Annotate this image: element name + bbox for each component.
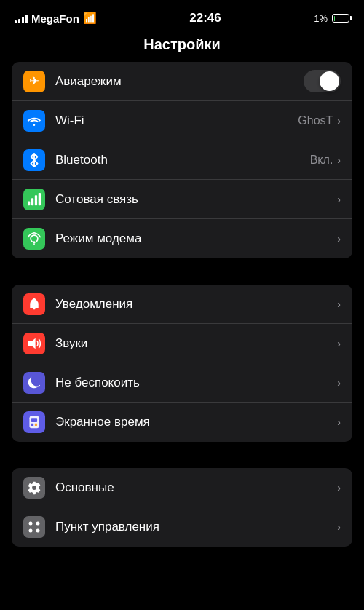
- svg-rect-3: [39, 193, 41, 205]
- value-bluetooth: Вкл.: [310, 154, 333, 167]
- label-airplane: Авиарежим: [55, 74, 304, 89]
- label-screentime: Экранное время: [55, 415, 337, 429]
- icon-hotspot: [23, 228, 45, 250]
- chevron-notifications: ›: [337, 298, 341, 310]
- svg-rect-1: [31, 198, 33, 205]
- svg-rect-5: [33, 307, 35, 309]
- svg-point-13: [36, 522, 40, 526]
- row-sounds[interactable]: Звуки›: [12, 324, 352, 363]
- label-donotdisturb: Не беспокоить: [55, 376, 337, 390]
- section-general: Основные› Пункт управления›: [0, 468, 364, 547]
- row-controlcenter[interactable]: Пункт управления›: [12, 507, 352, 547]
- carrier-name: MegaFon: [31, 12, 79, 25]
- row-hotspot[interactable]: Режим модема›: [12, 219, 352, 258]
- svg-rect-2: [35, 195, 37, 205]
- svg-point-14: [29, 529, 33, 533]
- status-left: MegaFon 📶: [15, 12, 97, 25]
- battery-icon: [332, 14, 349, 23]
- chevron-donotdisturb: ›: [337, 377, 341, 389]
- icon-screentime: [23, 411, 45, 433]
- label-controlcenter: Пункт управления: [55, 520, 337, 534]
- status-bar: MegaFon 📶 22:46 1%: [0, 0, 364, 32]
- battery-percent: 1%: [314, 13, 328, 24]
- chevron-wifi: ›: [337, 115, 341, 127]
- label-general: Основные: [55, 480, 337, 495]
- status-right: 1%: [314, 13, 349, 24]
- svg-rect-11: [35, 424, 37, 426]
- wifi-icon: 📶: [83, 12, 97, 25]
- chevron-controlcenter: ›: [337, 521, 341, 533]
- chevron-hotspot: ›: [337, 233, 341, 245]
- label-sounds: Звуки: [55, 336, 337, 351]
- signal-bars: [15, 13, 28, 23]
- icon-cellular: [23, 189, 45, 210]
- icon-general: [23, 477, 45, 499]
- svg-point-15: [36, 529, 40, 533]
- icon-bluetooth: [23, 149, 45, 171]
- section-connectivity: ✈Авиарежим Wi-FiGhosT› BluetoothВкл.› Со…: [0, 62, 364, 258]
- label-notifications: Уведомления: [55, 297, 337, 312]
- icon-wifi: [23, 110, 45, 132]
- svg-rect-0: [28, 201, 30, 205]
- label-cellular: Сотовая связь: [55, 192, 337, 207]
- icon-donotdisturb: [23, 372, 45, 394]
- row-bluetooth[interactable]: BluetoothВкл.›: [12, 140, 352, 180]
- row-wifi[interactable]: Wi-FiGhosT›: [12, 101, 352, 140]
- svg-rect-10: [31, 424, 33, 426]
- label-hotspot: Режим модема: [55, 231, 337, 246]
- chevron-bluetooth: ›: [337, 154, 341, 166]
- toggle-airplane[interactable]: [304, 70, 341, 92]
- section-notifications: Уведомления› Звуки› Не беспокоить› Экран…: [0, 285, 364, 442]
- row-airplane[interactable]: ✈Авиарежим: [12, 62, 352, 101]
- value-wifi: GhosT: [298, 114, 333, 127]
- icon-notifications: [23, 293, 45, 315]
- row-donotdisturb[interactable]: Не беспокоить›: [12, 363, 352, 403]
- svg-point-4: [33, 241, 35, 243]
- label-wifi: Wi-Fi: [55, 114, 298, 128]
- row-screentime[interactable]: Экранное время›: [12, 403, 352, 442]
- svg-marker-7: [28, 338, 36, 349]
- svg-rect-9: [31, 418, 37, 422]
- row-general[interactable]: Основные›: [12, 468, 352, 507]
- icon-sounds: [23, 333, 45, 354]
- svg-point-12: [29, 522, 33, 526]
- page-title: Настройки: [0, 32, 364, 62]
- chevron-sounds: ›: [337, 338, 341, 349]
- chevron-general: ›: [337, 482, 341, 494]
- icon-controlcenter: [23, 516, 45, 538]
- icon-airplane: ✈: [23, 71, 45, 92]
- row-cellular[interactable]: Сотовая связь›: [12, 180, 352, 219]
- chevron-screentime: ›: [337, 416, 341, 428]
- row-notifications[interactable]: Уведомления›: [12, 285, 352, 324]
- label-bluetooth: Bluetooth: [55, 153, 310, 167]
- status-time: 22:46: [189, 11, 221, 25]
- chevron-cellular: ›: [337, 194, 341, 205]
